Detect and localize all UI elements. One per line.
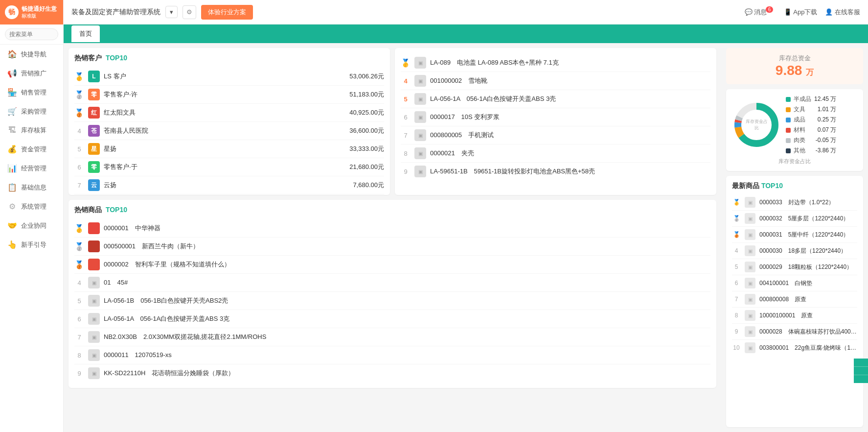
rank-num-hp9: 9 (74, 370, 84, 377)
sidebar-item-inventory[interactable]: 🏗 库存核算 (0, 121, 63, 140)
list-item: 6 ▣ LA-056-1A 056-1A白色按键开关盖ABS 3克 (74, 310, 710, 328)
logo-text: 畅捷通好生意 标准版 (22, 5, 57, 20)
legend-dot-3 (786, 118, 791, 122)
inventory-icon: 🏗 (7, 126, 17, 135)
customer-name-1: LS 客户 (104, 72, 345, 81)
list-item: 🥈 000500001 新西兰牛肉（新牛） (74, 238, 710, 256)
np-img-8: ▣ (745, 310, 755, 321)
inventory-legend: 半成品 12.45 万 文具 1.01 万 成品 0.25 万 (786, 95, 836, 155)
sidebar-item-guide[interactable]: 👆 新手引导 (0, 235, 63, 254)
sidebar-item-operations[interactable]: 📊 经营管理 (0, 159, 63, 178)
list-item: 5 星 星扬 33,333.00元 (74, 140, 384, 158)
content: 热销客户 TOP10 🥇 L LS 客户 53,006.26元 🥈 零 零售客 (64, 43, 868, 432)
float-buttons: 客服热线 服务社区 直播 (854, 359, 868, 383)
np-img-7: ▣ (745, 294, 755, 305)
medal-hp3: 🥉 (74, 260, 84, 269)
content-left: 热销客户 TOP10 🥇 L LS 客户 53,006.26元 🥈 零 零售客 (64, 43, 721, 432)
np-name-5: 0000029 18颗粒板（1220*2440） (759, 263, 857, 271)
sidebar-item-basics[interactable]: 📋 基础信息 (0, 178, 63, 197)
np-img-4: ▣ (745, 245, 755, 256)
list-item: 🥇 ▣ LA-089 电池盖 LA-089 ABS本色+黑种 7.1克 (401, 54, 710, 72)
sidebar-item-system[interactable]: ⚙ 系统管理 (0, 197, 63, 216)
message-link[interactable]: 💬 消息 6 (745, 8, 777, 17)
hp-img-5: ▣ (88, 295, 100, 307)
list-item: 4 ▣ 001000002 雪地靴 (401, 72, 710, 90)
rank-num-hp7: 7 (74, 334, 84, 341)
list-item: 5 ▣ LA-056-1B 056-1B白色按键开关壳ABS2壳 (74, 292, 710, 310)
list-item: 7 ▣ 000800008 原查 (732, 291, 857, 308)
customer-value-1: 53,006.26元 (349, 72, 384, 81)
list-item: 7 ▣ NB2.0X30B 2.0X30MM双搓花轴,搓花直径2.1MM/ROH… (74, 328, 710, 346)
float-btn-community[interactable]: 服务社区 (854, 367, 868, 375)
np-img-5: ▣ (745, 262, 755, 272)
float-btn-service[interactable]: 客服热线 (854, 359, 868, 367)
sidebar-item-purchase[interactable]: 🛒 采购管理 (0, 102, 63, 121)
rank-num-p7: 9 (401, 168, 411, 175)
customer-name-5: 星扬 (104, 144, 345, 153)
sidebar-item-quick-nav[interactable]: 🏠 快捷导航 (0, 45, 63, 64)
prod-img-p1: ▣ (414, 57, 426, 69)
rank-num-p6: 8 (401, 150, 411, 157)
np-name-1: 0000033 封边带（1.0*22） (759, 198, 857, 207)
trial-button[interactable]: 体验行业方案 (201, 5, 253, 20)
search-input[interactable] (5, 28, 58, 40)
list-item: 🥉 红 红太阳文具 40,925.00元 (74, 104, 384, 122)
rank-num-4: 4 (74, 127, 84, 135)
content-right: 库存总资金 9.88 万 (721, 43, 868, 432)
scrollable-products-card: 🥇 ▣ LA-089 电池盖 LA-089 ABS本色+黑种 7.1克 4 ▣ … (395, 48, 716, 195)
system-title: 装备及固定资产辅助管理系统 (71, 8, 160, 17)
newest-products-title: 最新商品 TOP10 (732, 182, 857, 191)
main-area: 装备及固定资产辅助管理系统 ▾ ⚙ 体验行业方案 💬 消息 6 📱 App下载 … (64, 0, 868, 432)
list-item: 8 ▣ 10000100001 原查 (732, 308, 857, 324)
list-item: 6 ▣ 004100001 白钢垫 (732, 275, 857, 291)
customer-value-6: 21,680.00元 (349, 163, 384, 171)
sidebar-item-marketing[interactable]: 📢 营销推广 (0, 64, 63, 83)
list-item: 8 ▣ 0000011 12070519-xs (74, 346, 710, 364)
hot-customers-title: 热销客户 TOP10 (74, 54, 384, 63)
np-img-10: ▣ (745, 342, 755, 353)
rank-num-hp6: 6 (74, 315, 84, 323)
list-item: 5 ▣ 0000029 18颗粒板（1220*2440） (732, 259, 857, 275)
inventory-chart-card: 库存资金占比 半成品 12.45 万 文具 1.01 万 (726, 89, 863, 171)
rank-num-hp4: 4 (74, 279, 84, 287)
sidebar-item-collab[interactable]: 🤝 企业协同 (0, 216, 63, 235)
settings-button[interactable]: ⚙ (183, 5, 196, 19)
customer-badge-4: 苍 (88, 125, 100, 137)
list-item: 🥇 0000001 中华神器 (74, 219, 710, 238)
hp-name-5: LA-056-1B 056-1B白色按键开关壳ABS2壳 (104, 296, 710, 305)
hp-img-2 (88, 240, 100, 252)
system-dropdown[interactable]: ▾ (165, 6, 178, 18)
float-btn-live[interactable]: 直播 (854, 375, 868, 383)
sales-icon: 🏪 (7, 88, 17, 97)
list-item: 🥈 零 零售客户·许 51,183.00元 (74, 86, 384, 104)
customers-list: 🥇 L LS 客户 53,006.26元 🥈 零 零售客户·许 51,183.0… (74, 68, 384, 195)
hp-img-7: ▣ (88, 331, 100, 343)
list-item: 6 零 零售客户·于 21,680.00元 (74, 158, 384, 176)
customer-badge-7: 云 (88, 179, 100, 191)
rank-num-p4: 6 (401, 114, 411, 121)
sidebar-item-sales[interactable]: 🏪 销售管理 (0, 83, 63, 102)
customer-badge-6: 零 (88, 161, 100, 173)
inventory-chart-subtitle: 库存资金占比 (732, 158, 857, 165)
app-download-link[interactable]: 📱 App下载 (784, 8, 817, 17)
prod-img-p2: ▣ (414, 75, 426, 87)
newest-products-card: 最新商品 TOP10 🥇 ▣ 0000033 封边带（1.0*22） 🥈 ▣ 0… (726, 176, 863, 427)
legend-dot-2 (786, 107, 791, 112)
hp-name-4: 01 45# (104, 278, 710, 287)
online-service-link[interactable]: 👤 在线客服 (825, 8, 860, 17)
list-item: 🥈 ▣ 0000032 5厘多层（1220*2440） (732, 211, 857, 227)
customer-badge-2: 零 (88, 89, 100, 100)
np-name-7: 000800008 原查 (759, 295, 857, 304)
customer-value-3: 40,925.00元 (349, 108, 384, 117)
logo-icon: 畅 (5, 5, 19, 19)
sidebar-item-finance[interactable]: 💰 资金管理 (0, 140, 63, 159)
hp-img-3 (88, 259, 100, 270)
customer-name-4: 苍南县人民医院 (104, 126, 345, 135)
tab-home[interactable]: 首页 (71, 25, 100, 42)
finance-icon: 💰 (7, 144, 17, 154)
inventory-value: 9.88 万 (734, 63, 855, 78)
list-item: 4 苍 苍南县人民医院 36,600.00元 (74, 122, 384, 140)
list-item: 7 ▣ 000800005 手机测试 (401, 126, 710, 144)
list-item: 4 ▣ 01 45# (74, 274, 710, 292)
hp-name-2: 000500001 新西兰牛肉（新牛） (104, 242, 710, 251)
